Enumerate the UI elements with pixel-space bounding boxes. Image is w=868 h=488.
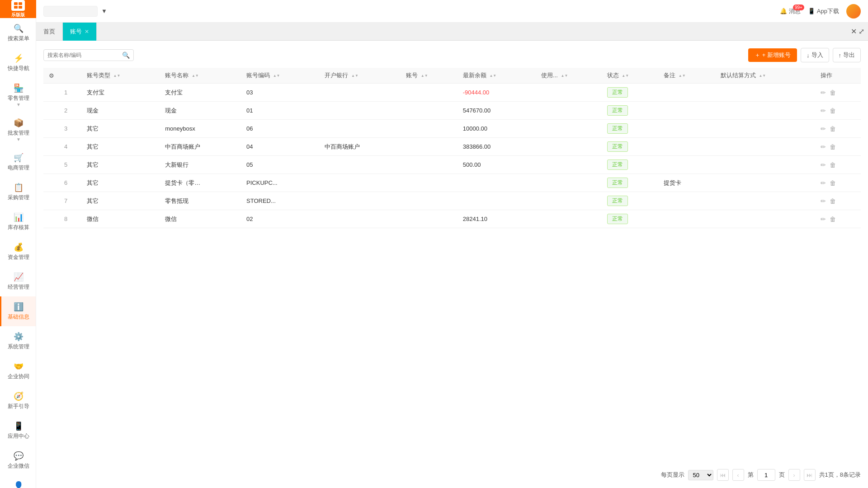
sort-icon: ▲▼ bbox=[679, 74, 686, 78]
sidebar-item-purchase[interactable]: 📋 采购管理 bbox=[0, 177, 36, 207]
per-page-select[interactable]: 50 100 200 bbox=[688, 470, 713, 480]
tab-home[interactable]: 首页 bbox=[36, 23, 63, 41]
row-usage bbox=[537, 120, 603, 138]
logo-icon bbox=[11, 0, 25, 11]
page-input[interactable] bbox=[757, 469, 775, 481]
delete-button[interactable]: 🗑 bbox=[830, 161, 836, 169]
edit-button[interactable]: ✏ bbox=[821, 161, 826, 169]
last-page-button[interactable]: ⏭ bbox=[804, 469, 816, 481]
delete-button[interactable]: 🗑 bbox=[830, 197, 836, 205]
purchase-icon: 📋 bbox=[14, 183, 24, 192]
row-account bbox=[401, 102, 458, 120]
row-actions: ✏ 🗑 bbox=[816, 102, 861, 120]
sidebar-item-wechat[interactable]: 💬 企业微信 bbox=[0, 446, 36, 475]
col-remark[interactable]: 备注 ▲▼ bbox=[659, 68, 716, 84]
search-icon[interactable]: 🔍 bbox=[122, 52, 130, 59]
edit-button[interactable]: ✏ bbox=[821, 143, 826, 150]
sidebar-item-label: 搜索菜单 bbox=[8, 35, 29, 42]
sidebar-item-wholesale[interactable]: 📦 批发管理 ▼ bbox=[0, 113, 36, 147]
row-type: 其它 bbox=[82, 138, 160, 156]
row-balance: 383866.00 bbox=[458, 138, 537, 156]
row-status: 正常 bbox=[603, 84, 660, 102]
col-status[interactable]: 状态 ▲▼ bbox=[603, 68, 660, 84]
col-name[interactable]: 账号名称 ▲▼ bbox=[160, 68, 242, 84]
topbar-dropdown[interactable]: ▼ bbox=[101, 8, 107, 14]
col-account[interactable]: 账号 ▲▼ bbox=[401, 68, 458, 84]
row-remark bbox=[659, 102, 716, 120]
total-label: 共1页，8条记录 bbox=[819, 471, 861, 479]
search-input[interactable] bbox=[47, 52, 122, 58]
first-page-button[interactable]: ⏮ bbox=[717, 469, 729, 481]
tab-account[interactable]: 账号 ✕ bbox=[63, 23, 97, 41]
user-avatar[interactable] bbox=[846, 4, 861, 19]
row-name: 提货卡（零… bbox=[160, 174, 242, 192]
edit-button[interactable]: ✏ bbox=[821, 197, 826, 205]
edit-button[interactable]: ✏ bbox=[821, 89, 826, 96]
sidebar-item-system[interactable]: ⚙️ 系统管理 bbox=[0, 326, 36, 356]
app-version: 乐版版 bbox=[11, 12, 25, 18]
page-label: 第 bbox=[748, 471, 754, 479]
col-code[interactable]: 账号编码 ▲▼ bbox=[242, 68, 320, 84]
edit-button[interactable]: ✏ bbox=[821, 179, 826, 187]
sidebar-item-retail[interactable]: 🏪 零售管理 ▼ bbox=[0, 78, 36, 113]
sidebar-item-inventory[interactable]: 📊 库存核算 bbox=[0, 207, 36, 237]
sidebar-item-basic[interactable]: ℹ️ 基础信息 bbox=[0, 296, 36, 326]
sidebar-item-enterprise[interactable]: 🤝 企业协同 bbox=[0, 356, 36, 386]
row-actions: ✏ 🗑 bbox=[816, 138, 861, 156]
col-usage[interactable]: 使用... ▲▼ bbox=[537, 68, 603, 84]
row-balance bbox=[458, 174, 537, 192]
table-row: 3 其它 moneybosx 06 10000.00 正常 ✏ 🗑 bbox=[43, 120, 861, 138]
app-download-button[interactable]: 📱 App下载 bbox=[808, 7, 839, 15]
svg-rect-0 bbox=[14, 2, 18, 5]
col-bank[interactable]: 开户银行 ▲▼ bbox=[320, 68, 401, 84]
edit-button[interactable]: ✏ bbox=[821, 216, 826, 223]
table: ⚙ 账号类型 ▲▼ 账号名称 ▲▼ 账号编码 ▲▼ bbox=[43, 68, 861, 228]
sidebar-item-search[interactable]: 🔍 搜索菜单 bbox=[0, 18, 36, 48]
row-name: 支付宝 bbox=[160, 84, 242, 102]
sidebar-item-ecommerce[interactable]: 🛒 电商管理 bbox=[0, 147, 36, 177]
delete-button[interactable]: 🗑 bbox=[830, 179, 836, 187]
row-actions: ✏ 🗑 bbox=[816, 120, 861, 138]
delete-button[interactable]: 🗑 bbox=[830, 143, 836, 150]
topbar-search-input[interactable] bbox=[43, 6, 98, 17]
row-status: 正常 bbox=[603, 156, 660, 174]
edit-button[interactable]: ✏ bbox=[821, 125, 826, 132]
row-name: 中百商场账户 bbox=[160, 138, 242, 156]
tab-close-icon[interactable]: ✕ bbox=[85, 28, 89, 35]
export-button[interactable]: ↑ 导出 bbox=[833, 48, 861, 62]
sidebar-item-capital[interactable]: 💰 资金管理 bbox=[0, 237, 36, 267]
row-code: 06 bbox=[242, 120, 320, 138]
topbar-left: ▼ bbox=[43, 6, 107, 17]
row-balance: 547670.00 bbox=[458, 102, 537, 120]
row-gear bbox=[43, 84, 60, 102]
col-default-settlement[interactable]: 默认结算方式 ▲▼ bbox=[716, 68, 816, 84]
next-page-button[interactable]: › bbox=[788, 469, 800, 481]
tab-expand-button[interactable]: ⤢ bbox=[859, 27, 864, 36]
add-account-button[interactable]: ＋ + 新增账号 bbox=[748, 48, 797, 62]
delete-button[interactable]: 🗑 bbox=[830, 216, 836, 223]
row-type: 其它 bbox=[82, 120, 160, 138]
search-box: 🔍 bbox=[43, 49, 134, 61]
sidebar-item-member[interactable]: 👤 畅会员 bbox=[0, 475, 36, 488]
col-type[interactable]: 账号类型 ▲▼ bbox=[82, 68, 160, 84]
sidebar-item-appstore[interactable]: 📱 应用中心 bbox=[0, 416, 36, 446]
row-type: 支付宝 bbox=[82, 84, 160, 102]
app-logo: 乐版版 bbox=[0, 0, 36, 18]
notification-button[interactable]: 🔔 消息 99+ bbox=[780, 7, 801, 15]
sidebar-item-guide[interactable]: 🧭 新手引导 bbox=[0, 386, 36, 416]
col-balance[interactable]: 最新余额 ▲▼ bbox=[458, 68, 537, 84]
svg-rect-1 bbox=[19, 2, 22, 5]
sidebar-item-shortcut[interactable]: ⚡ 快捷导航 bbox=[0, 48, 36, 78]
tab-close-all-button[interactable]: ✕ bbox=[851, 27, 857, 36]
row-remark: 提货卡 bbox=[659, 174, 716, 192]
edit-button[interactable]: ✏ bbox=[821, 107, 826, 114]
delete-button[interactable]: 🗑 bbox=[830, 89, 836, 96]
status-badge: 正常 bbox=[607, 178, 628, 188]
delete-button[interactable]: 🗑 bbox=[830, 107, 836, 114]
prev-page-button[interactable]: ‹ bbox=[732, 469, 744, 481]
sidebar-item-operation[interactable]: 📈 经营管理 bbox=[0, 267, 36, 296]
import-button[interactable]: ↓ 导入 bbox=[801, 48, 829, 62]
delete-button[interactable]: 🗑 bbox=[830, 125, 836, 132]
col-gear[interactable]: ⚙ bbox=[43, 68, 60, 84]
row-usage bbox=[537, 156, 603, 174]
